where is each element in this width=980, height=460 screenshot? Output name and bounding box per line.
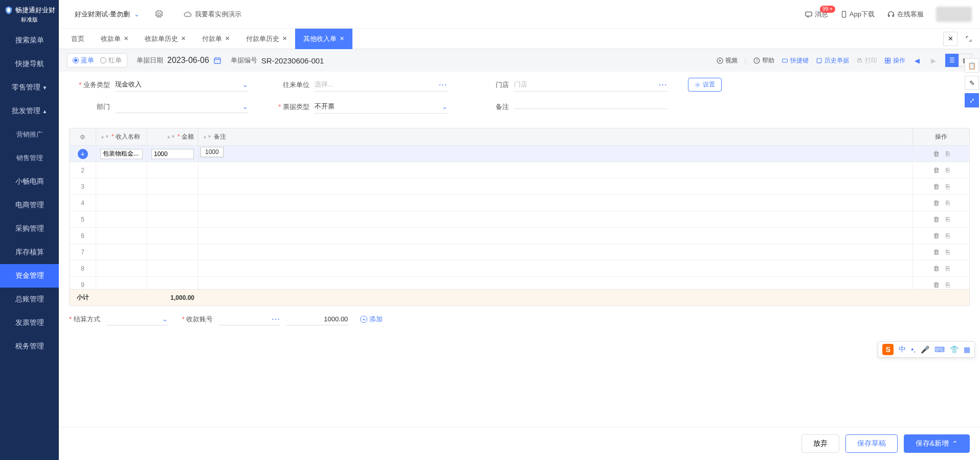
settle-amount[interactable]: 1000.00 — [286, 313, 348, 325]
copy-icon[interactable]: ⎘ — [946, 166, 950, 174]
user-avatar[interactable] — [936, 7, 972, 22]
calendar-icon[interactable] — [213, 56, 221, 64]
delete-icon[interactable]: 🗑 — [933, 265, 940, 272]
history-button[interactable]: 历史单据 — [816, 56, 849, 65]
ime-toolbar[interactable]: S 中 •, 🎤 ⌨ 👕 ▦ — [878, 341, 975, 358]
close-icon[interactable]: ✕ — [124, 35, 128, 42]
app-download-button[interactable]: App下载 — [840, 10, 875, 19]
sidebar-item-ecommerce[interactable]: 电商管理 — [0, 193, 59, 217]
copy-icon[interactable]: ⎘ — [946, 215, 950, 223]
settings-icon[interactable] — [155, 10, 163, 18]
print-button[interactable]: 打印 — [856, 56, 877, 65]
store-select[interactable]: 门店··· — [514, 78, 667, 92]
save-new-button[interactable]: 保存&新增⌃ — [904, 434, 970, 453]
close-icon[interactable]: ✕ — [340, 35, 344, 42]
close-icon[interactable]: ✕ — [282, 35, 287, 42]
sidebar-item-retail[interactable]: 零售管理▼ — [0, 76, 59, 99]
tab-other-income[interactable]: 其他收入单✕ — [295, 29, 352, 49]
table-settings-icon[interactable]: ⚙ — [80, 134, 85, 141]
more-icon[interactable]: ··· — [659, 81, 667, 89]
video-button[interactable]: 视频 — [717, 56, 738, 65]
prev-doc-button[interactable]: ◀ — [912, 57, 922, 64]
delete-icon[interactable]: 🗑 — [933, 248, 940, 256]
income-name-input[interactable] — [100, 149, 143, 159]
copy-icon[interactable]: ⎘ — [946, 183, 950, 190]
sidebar-item-sales[interactable]: 销售管理 — [0, 146, 59, 170]
shortcut-button[interactable]: 快捷键 — [782, 56, 809, 65]
account-select[interactable]: ··· — [219, 313, 280, 325]
radio-red[interactable]: 红单 — [100, 56, 122, 65]
sidebar-item-finance[interactable]: 资金管理 — [0, 264, 59, 288]
ime-voice-icon[interactable]: 🎤 — [921, 345, 929, 354]
tab-payment[interactable]: 付款单✕ — [194, 29, 238, 49]
radio-blue[interactable]: 蓝单 — [73, 56, 94, 65]
add-settlement-button[interactable]: + 添加 — [360, 315, 383, 324]
messages-button[interactable]: 消息 99 + — [805, 10, 828, 19]
table-row[interactable]: 2🗑⎘ — [70, 162, 969, 179]
sidebar-item-ledger[interactable]: 总账管理 — [0, 288, 59, 311]
table-row[interactable]: 4🗑⎘ — [70, 195, 969, 211]
delete-icon[interactable]: 🗑 — [933, 166, 940, 174]
copy-icon[interactable]: ⎘ — [946, 248, 950, 256]
save-draft-button[interactable]: 保存草稿 — [845, 434, 898, 453]
next-doc-button[interactable]: ▶ — [929, 57, 938, 64]
copy-icon[interactable]: ⎘ — [946, 281, 950, 289]
sidebar-item-quicknav[interactable]: 快捷导航 — [0, 52, 59, 76]
ime-skin-icon[interactable]: 👕 — [950, 345, 959, 354]
table-row[interactable]: 3🗑⎘ — [70, 179, 969, 195]
sidebar-item-wholesale[interactable]: 批发管理▲ — [0, 99, 59, 123]
demo-link[interactable]: 我要看实例演示 — [184, 10, 241, 19]
table-row[interactable]: 7🗑⎘ — [70, 244, 969, 260]
table-row[interactable]: 5🗑⎘ — [70, 211, 969, 228]
date-value[interactable]: 2023-06-06 — [167, 56, 209, 65]
delete-icon[interactable]: 🗑 — [933, 150, 940, 158]
add-row-button[interactable]: + — [78, 149, 88, 159]
sidebar-item-inventory[interactable]: 库存核算 — [0, 240, 59, 264]
operate-button[interactable]: 操作 — [884, 56, 905, 65]
copy-icon[interactable]: ⎘ — [946, 232, 950, 239]
tab-receipt[interactable]: 收款单✕ — [93, 29, 137, 49]
copy-icon[interactable]: ⎘ — [946, 199, 950, 207]
remark-input[interactable] — [514, 104, 667, 109]
close-icon[interactable]: ✕ — [225, 35, 230, 42]
rail-edit-button[interactable]: ✎ — [965, 76, 979, 90]
sidebar-item-search[interactable]: 搜索菜单 — [0, 29, 59, 52]
settings-button[interactable]: 设置 — [688, 78, 722, 92]
more-icon[interactable]: ··· — [439, 81, 448, 89]
sidebar-item-purchase[interactable]: 采购管理 — [0, 217, 59, 240]
biz-type-select[interactable]: 现金收入⌄ — [115, 78, 248, 92]
partner-select[interactable]: 选择...··· — [315, 78, 448, 92]
rail-expand-button[interactable]: ⤢ — [965, 93, 979, 107]
delete-icon[interactable]: 🗑 — [933, 232, 940, 239]
settle-method-select[interactable]: ⌄ — [106, 313, 168, 325]
table-row[interactable]: 9🗑⎘ — [70, 277, 969, 289]
tab-receipt-history[interactable]: 收款单历史✕ — [137, 29, 194, 49]
copy-icon[interactable]: ⎘ — [946, 150, 950, 158]
customer-service-button[interactable]: 在线客服 — [887, 10, 924, 19]
table-row[interactable]: 6🗑⎘ — [70, 228, 969, 244]
delete-icon[interactable]: 🗑 — [933, 183, 940, 190]
table-row[interactable]: 8🗑⎘ — [70, 260, 969, 277]
dept-select[interactable]: ⌄ — [115, 101, 248, 113]
ime-keyboard-icon[interactable]: ⌨ — [934, 345, 945, 354]
tab-payment-history[interactable]: 付款单历史✕ — [238, 29, 295, 49]
rail-notes-button[interactable]: 📋 — [965, 58, 979, 73]
ime-grid-icon[interactable]: ▦ — [964, 345, 970, 354]
invoice-select[interactable]: 不开票⌄ — [315, 100, 448, 114]
col-income-name[interactable]: ▲▼收入名称 — [96, 128, 147, 145]
sidebar-item-marketing[interactable]: 营销推广 — [0, 123, 59, 146]
tenant-selector[interactable]: 好业财测试-量勿删 ⌄ — [75, 10, 140, 19]
more-icon[interactable]: ··· — [272, 315, 281, 323]
help-button[interactable]: ?帮助 — [753, 56, 774, 65]
col-remark[interactable]: ▲▼备注 — [198, 128, 913, 145]
amount-input[interactable] — [151, 149, 194, 159]
fullscreen-button[interactable] — [962, 32, 976, 46]
copy-icon[interactable]: ⎘ — [946, 265, 950, 272]
sidebar-item-tax[interactable]: 税务管理 — [0, 335, 59, 358]
ime-lang-icon[interactable]: 中 — [899, 345, 906, 354]
delete-icon[interactable]: 🗑 — [933, 199, 940, 207]
tab-home[interactable]: 首页 — [63, 29, 93, 49]
sidebar-item-invoice[interactable]: 发票管理 — [0, 311, 59, 335]
col-amount[interactable]: ▲▼金额 — [147, 128, 198, 145]
close-icon[interactable]: ✕ — [181, 35, 186, 42]
